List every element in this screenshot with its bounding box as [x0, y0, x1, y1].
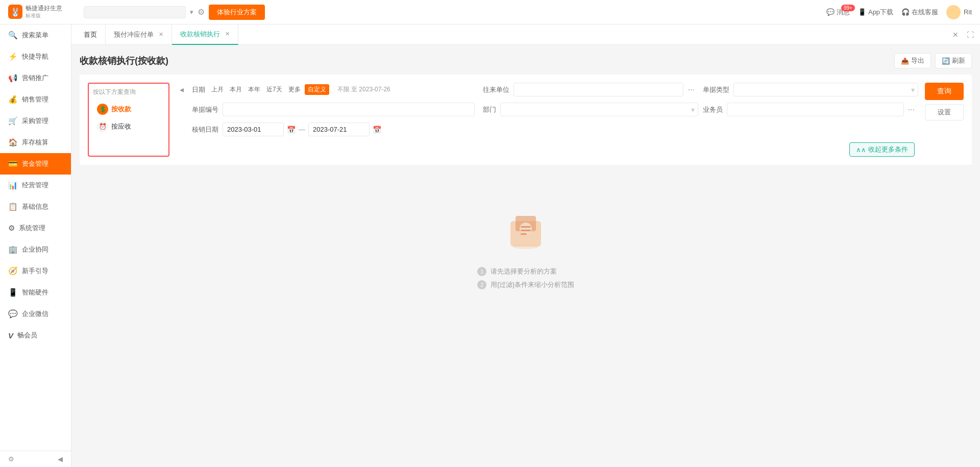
- sidebar-item-hardware[interactable]: 📱 智能硬件: [0, 282, 71, 303]
- writeoff-date-label: 核销日期: [192, 125, 218, 134]
- sidebar-item-basic[interactable]: 📋 基础信息: [0, 196, 71, 217]
- department-field: 部门 ▾: [483, 103, 695, 116]
- svg-rect-3: [521, 226, 531, 228]
- tab-expand-btn[interactable]: ⛶: [965, 29, 976, 41]
- date-no-limit: 不限 至 2023-07-26: [337, 85, 390, 94]
- sidebar-item-sales[interactable]: 💰 销售管理: [0, 89, 71, 110]
- tab-receivable[interactable]: 收款核销执行 ✕: [172, 24, 238, 45]
- svg-rect-4: [521, 230, 531, 231]
- dropdown-icon[interactable]: ▾: [190, 8, 193, 16]
- sidebar-label-hardware: 智能硬件: [22, 288, 48, 297]
- salesperson-more-btn[interactable]: ···: [908, 105, 915, 114]
- doc-type-select[interactable]: [733, 83, 918, 96]
- refresh-button[interactable]: 🔄 刷新: [935, 53, 972, 68]
- top-bar-right: 💬 消息 99+ 📱 App下载 🎧 在线客服 Rit: [826, 5, 972, 19]
- sidebar-item-search[interactable]: 🔍 搜索菜单: [0, 24, 71, 46]
- guide-icon: 🧭: [8, 266, 18, 276]
- date-btn-this-year[interactable]: 本年: [246, 84, 262, 95]
- writeoff-date-field: 核销日期 📅 — 📅: [192, 122, 915, 136]
- tab-home[interactable]: 首页: [76, 24, 106, 45]
- logo: 🐰 畅捷通好生意 标准版: [8, 5, 80, 19]
- sidebar-label-guide: 新手引导: [22, 266, 48, 276]
- gear-icon[interactable]: ⚙: [198, 7, 205, 17]
- doc-number-label: 单据编号: [192, 105, 218, 114]
- query-option-receivable[interactable]: ⏰ 按应收: [93, 118, 164, 135]
- date-btn-7days[interactable]: 近7天: [264, 84, 284, 95]
- sidebar-item-enterprise[interactable]: 🏢 企业协同: [0, 239, 71, 260]
- message-area[interactable]: 💬 消息 99+: [826, 8, 850, 17]
- date-btn-more[interactable]: 更多: [286, 84, 303, 95]
- query-button[interactable]: 查询: [925, 83, 964, 100]
- filter-row-3: 核销日期 📅 — 📅: [192, 122, 915, 136]
- sidebar-label-member: 畅会员: [17, 331, 37, 340]
- calendar-end-icon[interactable]: 📅: [373, 126, 381, 134]
- salesperson-field: 业务员 ···: [703, 103, 915, 116]
- online-service[interactable]: 🎧 在线客服: [901, 8, 938, 17]
- salesperson-input[interactable]: [727, 103, 904, 116]
- counterparty-input[interactable]: [513, 83, 684, 96]
- sidebar-item-wechat[interactable]: 💬 企业微信: [0, 303, 71, 325]
- svg-rect-5: [521, 233, 527, 235]
- sidebar-item-inventory[interactable]: 🏠 库存核算: [0, 132, 71, 153]
- tab-receivable-close[interactable]: ✕: [225, 31, 230, 37]
- sidebar-bottom: ⚙ ◀: [0, 451, 71, 467]
- date-label: 日期: [192, 85, 205, 94]
- top-bar-center: ​ ▾ ⚙ 体验行业方案: [80, 5, 826, 20]
- receipt-icon: 💲: [97, 104, 108, 115]
- finance-icon: 💳: [8, 159, 18, 168]
- doc-number-input[interactable]: [223, 103, 475, 116]
- sidebar-item-guide[interactable]: 🧭 新手引导: [0, 260, 71, 282]
- sidebar-label-purchase: 采购管理: [22, 116, 48, 126]
- tab-prepay-close[interactable]: ✕: [159, 31, 163, 38]
- department-select[interactable]: [500, 103, 698, 116]
- sidebar-item-member[interactable]: V 畅会员: [0, 325, 71, 346]
- tip-num-1: 1: [477, 267, 486, 276]
- tab-prepay[interactable]: 预付冲应付单 ✕: [106, 24, 172, 45]
- filter-row-1: 日期 上月 本月 本年 近7天 更多 自定义 不限 至 2023-07-26: [192, 83, 915, 96]
- sidebar-item-operations[interactable]: 📊 经营管理: [0, 175, 71, 196]
- industry-button[interactable]: 体验行业方案: [209, 5, 265, 20]
- counterparty-more-btn[interactable]: ···: [688, 85, 694, 94]
- tab-close-btn[interactable]: ✕: [950, 29, 961, 41]
- export-button[interactable]: 📤 导出: [894, 53, 931, 68]
- date-shortcuts: 上月 本月 本年 近7天 更多 自定义: [209, 84, 329, 95]
- calendar-start-icon[interactable]: 📅: [287, 126, 296, 134]
- department-label: 部门: [483, 105, 496, 114]
- tip-row-1: 1 请先选择要分析的方案: [477, 265, 574, 278]
- user-info[interactable]: Rit: [946, 5, 972, 19]
- writeoff-date-end[interactable]: [308, 122, 370, 136]
- date-btn-custom[interactable]: 自定义: [305, 84, 329, 95]
- writeoff-date-start[interactable]: [223, 122, 284, 136]
- tip-row-2: 2 用[过滤]条件来缩小分析范围: [477, 278, 574, 291]
- headset-icon: 🎧: [901, 8, 910, 16]
- sidebar-item-system[interactable]: ⚙ 系统管理: [0, 217, 71, 239]
- query-option-receipt[interactable]: 💲 按收款: [93, 101, 164, 118]
- operations-icon: 📊: [8, 181, 18, 190]
- date-btn-this-month[interactable]: 本月: [228, 84, 244, 95]
- svg-point-2: [520, 223, 532, 235]
- filter-form: 日期 上月 本月 本年 近7天 更多 自定义 不限 至 2023-07-26: [192, 83, 915, 157]
- salesperson-label: 业务员: [703, 105, 723, 114]
- msg-badge: 99+: [841, 5, 855, 11]
- tip-text-2: 用[过滤]条件来缩小分析范围: [491, 278, 574, 291]
- basic-icon: 📋: [8, 202, 18, 211]
- chat-icon: 💬: [826, 8, 835, 16]
- empty-illustration: [500, 206, 551, 257]
- service-label: 在线客服: [912, 8, 938, 17]
- sidebar-item-quick[interactable]: ⚡ 快捷导航: [0, 46, 71, 67]
- panel-collapse-btn[interactable]: ◂: [178, 83, 186, 157]
- setting-button[interactable]: 设置: [925, 104, 964, 120]
- logo-text: 畅捷通好生意: [26, 5, 62, 12]
- app-download[interactable]: 📱 App下载: [858, 8, 893, 17]
- sidebar-collapse-icon[interactable]: ◀: [58, 455, 63, 463]
- sidebar-item-marketing[interactable]: 📢 营销推广: [0, 67, 71, 89]
- tab-home-label: 首页: [84, 30, 97, 39]
- sidebar-label-quick: 快捷导航: [22, 52, 48, 61]
- date-btn-last-month[interactable]: 上月: [209, 84, 226, 95]
- sidebar-item-finance[interactable]: 💳 资金管理: [0, 153, 71, 175]
- more-conditions-btn[interactable]: ∧∧ 收起更多条件: [849, 142, 915, 157]
- sidebar-settings-icon[interactable]: ⚙: [8, 455, 14, 463]
- avatar: [946, 5, 961, 19]
- sidebar-item-purchase[interactable]: 🛒 采购管理: [0, 110, 71, 132]
- sidebar-label-wechat: 企业微信: [22, 309, 48, 318]
